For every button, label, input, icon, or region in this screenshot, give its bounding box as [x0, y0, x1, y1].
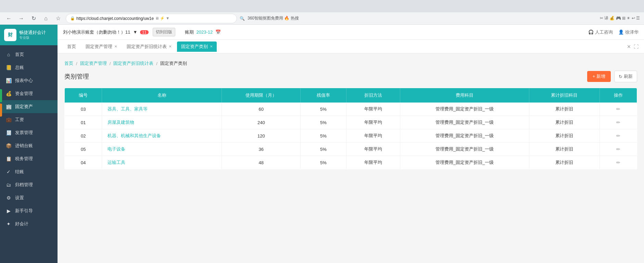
tab-label-home: 首页	[67, 44, 76, 50]
sidebar-icon-salary: 💼	[5, 117, 12, 123]
breadcrumb-depreciation[interactable]: 固定资产折旧统计表	[113, 60, 153, 67]
service-button[interactable]: 🎧 人工咨询	[588, 29, 613, 35]
tab-asset-category[interactable]: 固定资产类别 ✕	[177, 41, 217, 52]
name-link-2[interactable]: 机器、机械和其他生产设备	[108, 133, 161, 138]
sidebar-item-report[interactable]: 📊 报表中心	[0, 74, 58, 87]
col-费用科目: 费用科目	[400, 88, 529, 103]
cell-method-3: 年限平均	[346, 143, 400, 156]
home-button[interactable]: ⌂	[41, 14, 51, 23]
sidebar-item-inventory[interactable]: 📦 进销台账	[0, 139, 58, 152]
sidebar-logo: 财 畅捷通好会计 专业版	[0, 25, 58, 45]
col-使用期限（月）: 使用期限（月）	[222, 88, 301, 103]
header-right: 🎧 人工咨询 👤 徐泽华	[588, 29, 639, 35]
logo-icon: 财	[4, 29, 16, 41]
tab-close-depreciation-stats[interactable]: ✕	[169, 45, 172, 48]
cell-period-1: 240	[222, 116, 301, 129]
sidebar-item-tax[interactable]: 📋 税务管理	[0, 152, 58, 165]
sidebar-icon-ledger: 📒	[5, 64, 12, 71]
refresh-label: 刷新	[624, 73, 633, 80]
refresh-icon: ↻	[619, 74, 622, 79]
sidebar-icon-invoice: 🧾	[5, 130, 12, 136]
sidebar-label-fixed-asset: 固定资产	[15, 104, 33, 110]
sidebar-icon-archive: 🗂	[5, 182, 12, 188]
cell-method-4: 年限平均	[346, 156, 400, 169]
edit-button-3[interactable]: ✏	[616, 146, 620, 152]
edit-button-0[interactable]: ✏	[616, 106, 620, 112]
cell-name-3: 电子设备	[102, 143, 222, 156]
name-link-4[interactable]: 运输工具	[108, 160, 125, 165]
tab-bar: 首页 固定资产管理 ✕ 固定资产折旧统计表 ✕ 固定资产类别 ✕ ✕ ⛶	[58, 40, 644, 53]
search-text: 360智能抠图免费用 🔥 热搜	[248, 15, 299, 21]
sidebar-label-ledger: 总账	[15, 64, 24, 71]
cell-method-0: 年限平均	[346, 103, 400, 116]
window-close-icon[interactable]: ✕	[627, 44, 631, 49]
window-maximize-icon[interactable]: ⛶	[634, 44, 639, 49]
edit-button-2[interactable]: ✏	[616, 133, 620, 139]
sidebar-label-archive: 归档管理	[15, 182, 33, 188]
edit-button-1[interactable]: ✏	[616, 120, 620, 125]
sidebar-item-guide[interactable]: ▶ 新手引导	[0, 204, 58, 217]
calendar-icon[interactable]: 📅	[215, 29, 221, 35]
edit-button-4[interactable]: ✏	[616, 160, 620, 165]
sidebar-icon-inventory: 📦	[5, 143, 12, 149]
url-text: https://cloud.chanjet.com/accounting/uw1…	[76, 16, 154, 21]
tab-fixed-asset-mgmt[interactable]: 固定资产管理 ✕	[81, 41, 121, 52]
forward-button[interactable]: →	[16, 14, 26, 23]
service-label: 人工咨询	[595, 29, 613, 35]
cell-accum-3: 累计折旧	[529, 143, 599, 156]
col-折旧方法: 折旧方法	[346, 88, 400, 103]
sidebar-item-ledger[interactable]: 📒 总账	[0, 61, 58, 74]
back-button[interactable]: ←	[4, 14, 14, 23]
table-row: 02 机器、机械和其他生产设备 120 5% 年限平均 管理费用_固定资产折旧_…	[65, 129, 637, 143]
cell-expense-3: 管理费用_固定资产折旧_一级	[400, 143, 529, 156]
sidebar-menu: ⌂ 首页 📒 总账 📊 报表中心 💰 资金管理 🏢 固定资产 💼 工资 🧾 发票…	[0, 45, 58, 263]
breadcrumb-separator-2: /	[110, 61, 111, 66]
sidebar-item-home[interactable]: ⌂ 首页	[0, 48, 58, 61]
table-row: 04 运输工具 48 5% 年限平均 管理费用_固定资产折旧_一级 累计折旧 ✏	[65, 156, 637, 169]
tab-close-fixed-asset-mgmt[interactable]: ✕	[114, 45, 117, 48]
cell-code-0: 03	[65, 103, 102, 116]
cell-code-4: 04	[65, 156, 102, 169]
logo-sub: 专业版	[19, 35, 46, 40]
sidebar-item-fund[interactable]: 💰 资金管理	[0, 87, 58, 100]
name-link-1[interactable]: 房屋及建筑物	[108, 120, 134, 125]
sidebar-item-checkout[interactable]: ✓ 结账	[0, 165, 58, 178]
refresh-button[interactable]: ↻	[29, 14, 38, 23]
sidebar-item-settings[interactable]: ⚙ 设置	[0, 191, 58, 204]
breadcrumb-fixed-asset-mgmt[interactable]: 固定资产管理	[80, 60, 107, 67]
refresh-page-button[interactable]: ↻ 刷新	[614, 71, 637, 82]
search-icon: 🔍	[240, 16, 245, 21]
indicator-orange	[0, 104, 2, 117]
sidebar-item-archive[interactable]: 🗂 归档管理	[0, 178, 58, 191]
sidebar-item-partner[interactable]: ✦ 好会计	[0, 217, 58, 230]
cell-name-1: 房屋及建筑物	[102, 116, 222, 129]
address-bar[interactable]: 🔒 https://cloud.chanjet.com/accounting/u…	[66, 14, 237, 23]
breadcrumb-separator-1: /	[76, 61, 77, 66]
sidebar: 财 畅捷通好会计 专业版 ⌂ 首页 📒 总账 📊 报表中心 💰 资金管理 🏢 固…	[0, 25, 58, 263]
company-dropdown-icon[interactable]: ▼	[133, 29, 137, 35]
sidebar-label-partner: 好会计	[15, 221, 28, 227]
user-info[interactable]: 👤 徐泽华	[618, 29, 639, 35]
tab-home[interactable]: 首页	[63, 41, 80, 52]
sidebar-label-checkout: 结账	[15, 169, 24, 175]
col-累计折旧科目: 累计折旧科目	[529, 88, 599, 103]
cell-code-2: 02	[65, 129, 102, 143]
old-version-button[interactable]: 切到旧版	[153, 28, 175, 36]
star-button[interactable]: ☆	[53, 14, 63, 23]
sidebar-icon-checkout: ✓	[5, 169, 12, 175]
search-bar[interactable]: 🔍 360智能抠图免费用 🔥 热搜	[240, 15, 597, 21]
sidebar-item-salary[interactable]: 💼 工资	[0, 113, 58, 126]
cell-method-1: 年限平均	[346, 116, 400, 129]
tab-close-asset-category[interactable]: ✕	[210, 45, 213, 48]
breadcrumb-home[interactable]: 首页	[64, 60, 73, 67]
sidebar-item-fixed-asset[interactable]: 🏢 固定资产	[0, 100, 58, 113]
table-row: 05 电子设备 36 5% 年限平均 管理费用_固定资产折旧_一级 累计折旧 ✏	[65, 143, 637, 156]
name-link-0[interactable]: 器具、工具、家具等	[108, 106, 148, 111]
cell-residual-2: 5%	[301, 129, 346, 143]
tab-depreciation-stats[interactable]: 固定资产折旧统计表 ✕	[123, 41, 176, 52]
sidebar-item-invoice[interactable]: 🧾 发票管理	[0, 126, 58, 139]
name-link-3[interactable]: 电子设备	[108, 146, 125, 152]
add-button[interactable]: + 新增	[587, 71, 611, 82]
tab-label-asset-category: 固定资产类别	[181, 44, 208, 50]
logo-text: 畅捷通好会计	[19, 30, 46, 36]
